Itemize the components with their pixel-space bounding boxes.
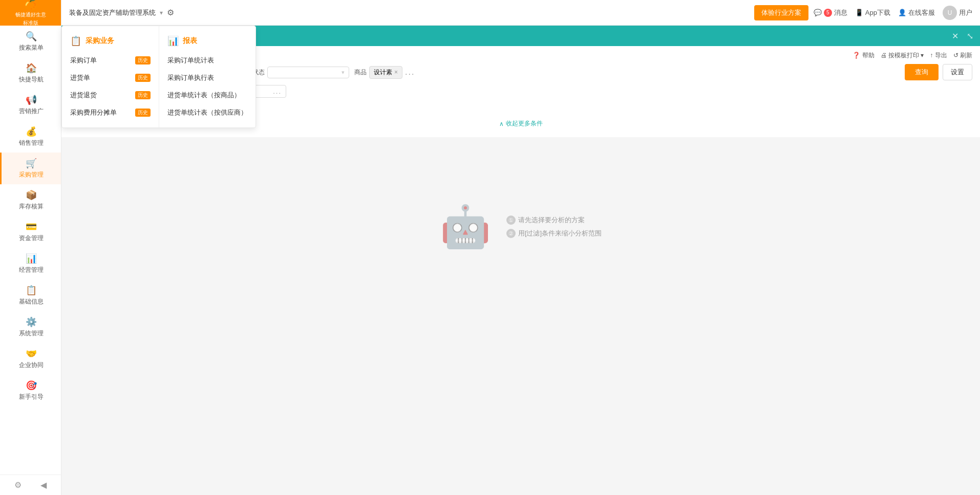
- search-label: 搜索菜单: [19, 44, 44, 52]
- basic-label: 基础信息: [19, 297, 44, 306]
- dropdown-item-order-stats[interactable]: 采购订单统计表: [159, 52, 256, 69]
- sidebar-item-system[interactable]: ⚙️ 系统管理: [0, 311, 61, 343]
- message-badge: 5: [824, 9, 832, 17]
- dropdown-purchase-header: 📋 采购业务: [62, 32, 159, 52]
- inventory-icon: 📦: [26, 189, 37, 201]
- sidebar-item-search[interactable]: 🔍 搜索菜单: [0, 26, 61, 57]
- app-download-btn[interactable]: 📱 App下载: [855, 8, 890, 17]
- empty-tip-2: ② 用[过滤]条件来缩小分析范围: [506, 229, 602, 238]
- tip-1-text: 请先选择要分析的方案: [518, 216, 585, 225]
- topbar: 装备及固定资产辅助管理系统 ▾ ⚙ 体验行业方案 💬 5 消息 📱 App下载 …: [61, 0, 980, 26]
- purchase-icon: 🛒: [26, 158, 37, 169]
- incoming-stats-goods-label: 进货单统计表（按商品）: [167, 91, 241, 100]
- dropdown-menu: 📋 采购业务 采购订单 历史 进货单 历史 进货退货 历史 采购费用分摊单 历史…: [61, 26, 256, 128]
- empty-tips: ① 请先选择要分析的方案 ② 用[过滤]条件来缩小分析范围: [506, 216, 602, 238]
- dropdown-item-incoming[interactable]: 进货单 历史: [62, 69, 159, 87]
- marketing-icon: 📢: [26, 94, 37, 105]
- sidebar-item-inventory[interactable]: 📦 库存核算: [0, 184, 61, 216]
- quick-nav-label: 快捷导航: [19, 75, 44, 84]
- sidebar-item-operation[interactable]: 📊 经营管理: [0, 248, 61, 279]
- dropdown-item-order-exec[interactable]: 采购订单执行表: [159, 69, 256, 87]
- salesman-dots[interactable]: ...: [273, 88, 282, 95]
- system-icon: ⚙️: [26, 316, 37, 328]
- service-icon: 👤: [898, 9, 906, 16]
- guide-icon: 🎯: [26, 380, 37, 391]
- dropdown-item-incoming-stats-supplier[interactable]: 进货单统计表（按供应商）: [159, 104, 256, 121]
- message-btn[interactable]: 💬 5 消息: [814, 8, 847, 17]
- sidebar-nav: 🔍 搜索菜单 🏠 快捷导航 📢 营销推广 💰 销售管理 🛒 采购管理 📦 库存核…: [0, 26, 61, 475]
- sidebar-item-basic[interactable]: 📋 基础信息: [0, 279, 61, 311]
- doc-status-select[interactable]: ▾: [267, 67, 349, 78]
- dropdown-item-return[interactable]: 进货退货 历史: [62, 87, 159, 104]
- print-template-btn[interactable]: 🖨 按模板打印 ▾: [881, 51, 924, 60]
- tip-1-num: ①: [506, 216, 516, 225]
- goods-tag: 设计素 ×: [369, 66, 402, 79]
- doc-status-filter: 单据状态 ▾: [240, 67, 349, 78]
- sidebar-item-collab[interactable]: 🤝 企业协同: [0, 343, 61, 375]
- return-history-badge: 历史: [135, 91, 151, 99]
- finance-label: 资金管理: [19, 234, 44, 243]
- sidebar-item-finance[interactable]: 💳 资金管理: [0, 216, 61, 248]
- sales-icon: 💰: [26, 126, 37, 137]
- sidebar-item-quick-nav[interactable]: 🏠 快捷导航: [0, 57, 61, 89]
- empty-illustration: 🤖: [440, 203, 491, 251]
- sales-label: 销售管理: [19, 139, 44, 147]
- collapse-label: 收起更多条件: [506, 119, 543, 128]
- report-section-title: 报表: [183, 36, 197, 46]
- collapse-btn[interactable]: ∧ 收起更多条件: [490, 119, 551, 128]
- basic-icon: 📋: [26, 285, 37, 296]
- goods-filter: 商品 设计素 × ...: [354, 66, 415, 79]
- topbar-chevron-icon[interactable]: ▾: [160, 9, 163, 16]
- operation-icon: 📊: [26, 253, 37, 264]
- logo-icon: 🍊: [24, 0, 37, 10]
- incoming-label: 进货单: [70, 73, 90, 82]
- help-btn[interactable]: ❓ 帮助: [853, 51, 874, 60]
- refresh-btn[interactable]: ↺ 刷新: [953, 51, 972, 60]
- purchase-order-history-badge: 历史: [135, 56, 151, 64]
- system-name: 装备及固定资产辅助管理系统: [69, 8, 156, 17]
- setting-btn[interactable]: 设置: [943, 64, 972, 80]
- sidebar-item-guide[interactable]: 🎯 新手引导: [0, 375, 61, 406]
- sidebar: 🍊 畅捷通好生意 标准版 🔍 搜索菜单 🏠 快捷导航 📢 营销推广 💰 销售管理…: [0, 0, 61, 495]
- report-section-icon: 📊: [167, 35, 179, 47]
- sidebar-settings-icon[interactable]: ⚙: [14, 480, 22, 490]
- incoming-history-badge: 历史: [135, 74, 151, 82]
- empty-tip-1: ① 请先选择要分析的方案: [506, 216, 602, 225]
- message-icon: 💬: [814, 9, 822, 16]
- export-btn[interactable]: ↑ 导出: [930, 51, 947, 60]
- finance-icon: 💳: [26, 221, 37, 232]
- purchase-order-label: 采购订单: [70, 56, 97, 65]
- guide-label: 新手引导: [19, 393, 44, 401]
- sidebar-item-marketing[interactable]: 📢 营销推广: [0, 89, 61, 121]
- topbar-right: 💬 5 消息 📱 App下载 👤 在线客服 U 用户: [814, 6, 972, 20]
- order-stats-label: 采购订单统计表: [167, 56, 214, 65]
- user-btn[interactable]: U 用户: [943, 6, 972, 20]
- system-label: 系统管理: [19, 329, 44, 338]
- goods-tag-close[interactable]: ×: [394, 69, 398, 76]
- purchase-label: 采购管理: [19, 170, 44, 179]
- message-label: 消息: [834, 8, 847, 17]
- window-expand-icon[interactable]: ⤡: [963, 31, 977, 41]
- purchase-section-title: 采购业务: [86, 36, 114, 46]
- industry-btn[interactable]: 体验行业方案: [754, 5, 808, 20]
- goods-label: 商品: [354, 68, 367, 77]
- app-logo: 🍊 畅捷通好生意 标准版: [0, 0, 61, 26]
- marketing-label: 营销推广: [19, 107, 44, 116]
- query-btn[interactable]: 查询: [905, 64, 939, 80]
- sidebar-item-purchase[interactable]: 🛒 采购管理: [0, 153, 61, 184]
- goods-dots[interactable]: ...: [405, 68, 415, 77]
- sidebar-item-sales[interactable]: 💰 销售管理: [0, 121, 61, 153]
- online-service-btn[interactable]: 👤 在线客服: [898, 8, 935, 17]
- online-service-label: 在线客服: [908, 8, 935, 17]
- dropdown-item-purchase-order[interactable]: 采购订单 历史: [62, 52, 159, 69]
- incoming-stats-supplier-label: 进货单统计表（按供应商）: [167, 108, 247, 117]
- window-close-icon[interactable]: ✕: [948, 31, 963, 41]
- dropdown-item-expense[interactable]: 采购费用分摊单 历史: [62, 104, 159, 121]
- collapse-arrow-icon: ∧: [499, 120, 504, 127]
- dropdown-item-incoming-stats-goods[interactable]: 进货单统计表（按商品）: [159, 87, 256, 104]
- sidebar-footer: ⚙ ◀: [0, 475, 61, 495]
- topbar-gear-icon[interactable]: ⚙: [167, 8, 174, 17]
- tip-2-text: 用[过滤]条件来缩小分析范围: [518, 229, 602, 238]
- user-avatar: U: [943, 6, 957, 20]
- sidebar-collapse-icon[interactable]: ◀: [40, 480, 47, 490]
